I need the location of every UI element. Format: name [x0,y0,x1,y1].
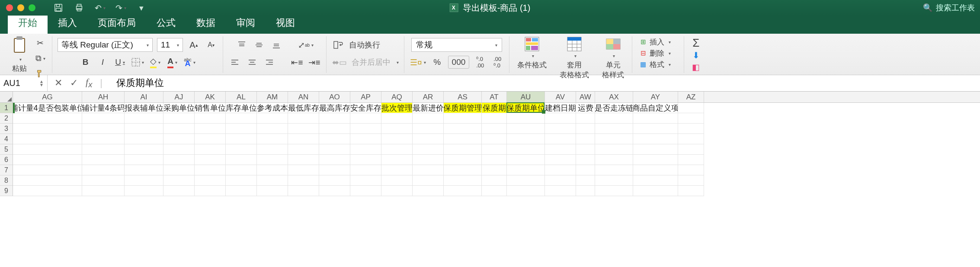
cell-AU4[interactable] [507,134,545,144]
cell-AQ1[interactable]: 批次管理 [381,103,413,113]
format-cells-button[interactable]: ▦格式▾ [637,59,671,70]
cell-AL8[interactable] [226,175,257,186]
cell-AI9[interactable] [125,186,163,196]
cell-AM1[interactable]: 参考成本 [257,103,288,113]
cell-AY7[interactable] [633,165,678,175]
cell-AP4[interactable] [350,134,381,144]
print-icon[interactable] [74,2,85,13]
cell-AL6[interactable] [226,155,257,165]
column-header-AY[interactable]: AY [633,92,678,102]
cell-AM6[interactable] [257,155,288,165]
cell-AN8[interactable] [288,175,319,186]
merge-center-button[interactable]: ⬌▭ [332,56,347,69]
cell-AG2[interactable] [13,113,82,124]
column-header-AH[interactable]: AH [82,92,125,102]
cell-AR4[interactable] [413,134,444,144]
cell-AM4[interactable] [257,134,288,144]
zoom-window-button[interactable] [29,4,35,11]
cell-AS9[interactable] [444,186,482,196]
row-header-8[interactable]: 8 [0,175,13,186]
cell-AT2[interactable] [482,113,507,124]
accounting-format-button[interactable]: ☰¤▾ [410,56,426,69]
cell-AI8[interactable] [125,175,163,186]
cell-AH5[interactable] [82,144,125,155]
cell-AH1[interactable]: 辅计量4条码 [82,103,125,113]
cell-AX4[interactable] [595,134,633,144]
cell-AS2[interactable] [444,113,482,124]
cell-AX1[interactable]: 是否走冻链 [595,103,633,113]
paste-button[interactable]: ▾ 粘贴 [9,36,30,73]
cell-AX6[interactable] [595,155,633,165]
cell-AM8[interactable] [257,175,288,186]
cell-AM7[interactable] [257,165,288,175]
clear-button[interactable]: ◧ [689,61,702,73]
cell-AM2[interactable] [257,113,288,124]
cell-AQ3[interactable] [381,124,413,134]
cell-AS8[interactable] [444,175,482,186]
cell-AO9[interactable] [319,186,350,196]
cell-AZ4[interactable] [678,134,704,144]
cell-AK8[interactable] [195,175,226,186]
cell-AR2[interactable] [413,113,444,124]
cell-AP8[interactable] [350,175,381,186]
cell-AK1[interactable]: 销售单位 [195,103,226,113]
cell-AO3[interactable] [319,124,350,134]
align-top-button[interactable] [235,38,248,51]
cell-AX5[interactable] [595,144,633,155]
cell-AY5[interactable] [633,144,678,155]
column-header-AK[interactable]: AK [195,92,226,102]
cell-AT7[interactable] [482,165,507,175]
cell-AK5[interactable] [195,144,226,155]
cell-AN4[interactable] [288,134,319,144]
cell-AP9[interactable] [350,186,381,196]
cell-AN9[interactable] [288,186,319,196]
cell-AR1[interactable]: 最新进价 [413,103,444,113]
cell-AS1[interactable]: 保质期管理 [444,103,482,113]
formula-value[interactable]: 保质期单位 [116,76,164,89]
increase-indent-button[interactable]: ⇥≡ [308,56,321,69]
autosum-button[interactable]: Σ [689,36,702,49]
column-header-AG[interactable]: AG [13,92,82,102]
cell-AI6[interactable] [125,155,163,165]
cell-AJ2[interactable] [163,113,195,124]
cell-AR6[interactable] [413,155,444,165]
cell-AR7[interactable] [413,165,444,175]
cell-AP1[interactable]: 安全库存 [350,103,381,113]
column-header-AO[interactable]: AO [319,92,350,102]
undo-icon[interactable]: ↶▾ [94,2,106,13]
cell-AU3[interactable] [507,124,545,134]
row-header-4[interactable]: 4 [0,134,13,144]
cell-AT1[interactable]: 保质期 [482,103,507,113]
cell-AI4[interactable] [125,134,163,144]
cell-AQ2[interactable] [381,113,413,124]
cell-AK9[interactable] [195,186,226,196]
cell-AP7[interactable] [350,165,381,175]
cell-AT4[interactable] [482,134,507,144]
cell-AQ8[interactable] [381,175,413,186]
name-box[interactable]: AU1 ▲▼ [0,75,48,91]
cell-AJ9[interactable] [163,186,195,196]
align-right-button[interactable] [263,56,276,69]
cell-AV6[interactable] [545,155,576,165]
cell-AX8[interactable] [595,175,633,186]
column-header-AN[interactable]: AN [288,92,319,102]
spreadsheet-grid[interactable]: AGAHAIAJAKALAMANAOAPAQARASATAUAVAWAXAYAZ… [0,92,980,196]
cut-button[interactable]: ✂ [34,36,47,49]
cell-AM5[interactable] [257,144,288,155]
orientation-button[interactable]: ⤢ab▾ [298,38,314,51]
cell-AY1[interactable]: 商品自定义项 [633,103,678,113]
cell-AH3[interactable] [82,124,125,134]
row-header-5[interactable]: 5 [0,144,13,155]
decrease-font-button[interactable]: A▾ [205,38,218,51]
column-header-AW[interactable]: AW [576,92,595,102]
row-header-2[interactable]: 2 [0,113,13,124]
cell-AN2[interactable] [288,113,319,124]
cell-AH4[interactable] [82,134,125,144]
cell-AS3[interactable] [444,124,482,134]
cell-AZ7[interactable] [678,165,704,175]
cell-AN7[interactable] [288,165,319,175]
decrease-indent-button[interactable]: ⇤≡ [291,56,304,69]
cell-AG3[interactable] [13,124,82,134]
fill-color-button[interactable]: ◇▾ [149,56,162,69]
close-window-button[interactable] [6,4,13,11]
